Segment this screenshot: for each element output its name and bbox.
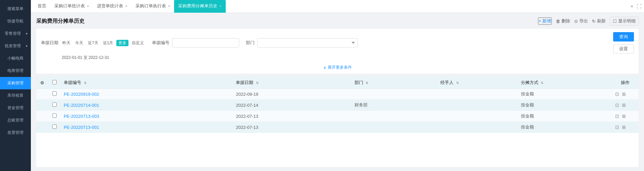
row-setting: [36, 111, 48, 122]
sidebar-item-label: 库存核算: [7, 93, 23, 98]
sidebar-item-label: 小畅电商: [7, 56, 23, 61]
col-header-no: 单据编号 ⇅: [60, 77, 232, 89]
row-method: 按金额: [518, 111, 612, 122]
row-person: [437, 122, 517, 133]
tab-purchase-order-stats[interactable]: 采购订单统计表 ×: [50, 0, 93, 13]
filter-more[interactable]: 更多: [116, 40, 128, 46]
select-all-checkbox[interactable]: [52, 80, 57, 84]
row-more-icon[interactable]: ⊞: [622, 102, 626, 108]
col-header-date: 单据日期 ⇅: [232, 77, 351, 89]
sidebar-item-label: 批发管理: [5, 43, 21, 49]
row-view-icon[interactable]: ⊡: [615, 91, 619, 97]
content-area: 采购费用分摊单历史 + 新增 🗑 删除 ⊙ 导出 ↻ 刷新 ☐ 显示明细: [31, 13, 644, 171]
sort-icon[interactable]: ⇅: [84, 81, 87, 85]
sidebar-item-ecommerce-small[interactable]: 小畅电商: [0, 52, 31, 65]
close-tabs-icon[interactable]: ×: [631, 4, 633, 9]
row-no-link[interactable]: PE-20220713-001: [64, 125, 99, 130]
filter-area: 单据日期 昨天 今天 近7天 近1月 更多 自定义 单据编号: [36, 29, 639, 74]
row-no: PE-20220919-002: [60, 89, 232, 100]
sidebar-item-label: 快捷导航: [7, 18, 23, 24]
sidebar-item-finance[interactable]: 资金管理: [0, 102, 31, 114]
row-view-icon[interactable]: ⊡: [615, 124, 619, 130]
row-more-icon[interactable]: ⊞: [622, 124, 626, 130]
sidebar-item-retail[interactable]: 零售管理 ▾: [0, 27, 31, 40]
row-setting: [36, 100, 48, 111]
sort-icon[interactable]: ⇅: [366, 81, 368, 85]
row-view-icon[interactable]: ⊡: [615, 102, 619, 108]
sort-icon[interactable]: ⇅: [456, 81, 459, 85]
tab-close-icon[interactable]: ×: [219, 4, 221, 8]
filter-dept-group: 部门: [246, 38, 606, 48]
expand-filter-button[interactable]: ∨ 展开更多条件: [323, 65, 352, 70]
filter-dept-select[interactable]: [257, 38, 358, 48]
filter-7days[interactable]: 近7天: [87, 40, 100, 46]
checkbox-icon: ☐: [613, 19, 617, 24]
sidebar-item-label: 发票管理: [7, 130, 23, 136]
row-no-link[interactable]: PE-20220713-003: [64, 114, 99, 119]
filter-today[interactable]: 今天: [74, 40, 85, 46]
filter-yesterday[interactable]: 昨天: [61, 40, 72, 46]
filter-1month[interactable]: 近1月: [102, 40, 115, 46]
show-col-button[interactable]: ☐ 显示明细: [610, 17, 639, 25]
filter-docno-input[interactable]: [172, 38, 239, 48]
expand-icon: ∨: [323, 65, 326, 70]
export-button[interactable]: ⊙ 导出: [574, 18, 588, 24]
sidebar-item-search[interactable]: 搜索菜单: [0, 3, 31, 15]
row-checkbox[interactable]: [52, 91, 57, 96]
sidebar-item-wholesale[interactable]: 批发管理 ▾: [0, 40, 31, 52]
sidebar-item-quicknav[interactable]: 快捷导航: [0, 15, 31, 27]
search-button[interactable]: 查询: [613, 32, 634, 41]
sidebar-item-invoice[interactable]: 发票管理: [0, 126, 31, 139]
sidebar-item-inventory[interactable]: 库存核算: [0, 89, 31, 102]
row-checkbox-cell: [48, 122, 60, 133]
fullscreen-icon[interactable]: ⛶: [637, 4, 641, 9]
row-view-icon[interactable]: ⊡: [615, 113, 619, 119]
sidebar-item-ledger[interactable]: 总账管理: [0, 114, 31, 126]
col-checkbox: [48, 77, 60, 89]
row-more-icon[interactable]: ⊞: [622, 91, 626, 97]
tab-purchase-exec[interactable]: 采购订单执行表 ×: [131, 0, 174, 13]
data-table-container: ⚙ 单据编号 ⇅ 单据日期 ⇅: [36, 77, 639, 167]
row-date: 2022-09-19: [232, 89, 351, 100]
row-no-link[interactable]: PE-20220919-002: [64, 92, 99, 97]
row-no-link[interactable]: PE-20220714-001: [64, 103, 99, 108]
tab-stock-stats[interactable]: 进货单统计表 ×: [93, 0, 131, 13]
row-actions: ⊡ ⊞: [612, 89, 639, 100]
tab-purchase-cost-history[interactable]: 采购费用分摊单历史 ×: [174, 0, 225, 13]
export-icon: ⊙: [574, 19, 578, 24]
tab-close-icon[interactable]: ×: [87, 4, 89, 8]
delete-button[interactable]: 🗑 删除: [556, 18, 570, 24]
row-dept: 财务部: [351, 100, 437, 111]
tab-close-icon[interactable]: ×: [168, 4, 170, 8]
refresh-button[interactable]: ↻ 刷新: [592, 18, 606, 24]
add-button[interactable]: + 新增: [538, 17, 552, 25]
sidebar-item-label: 搜索菜单: [7, 6, 23, 12]
sidebar-item-label: 零售管理: [5, 31, 21, 36]
filter-date-label: 单据日期: [41, 40, 58, 46]
filter-custom[interactable]: 自定义: [130, 40, 145, 46]
tab-home[interactable]: 首页: [34, 0, 50, 13]
row-checkbox[interactable]: [52, 113, 57, 118]
sort-icon[interactable]: ⇅: [541, 81, 543, 85]
settings-icon[interactable]: ⚙: [40, 80, 44, 85]
sidebar-item-label: 电商管理: [7, 68, 23, 74]
col-header-dept: 部门 ⇅: [351, 77, 437, 89]
row-method: 按金额: [518, 89, 612, 100]
settings-button[interactable]: 设置: [613, 44, 634, 54]
tab-close-icon[interactable]: ×: [125, 4, 127, 8]
row-person: [437, 100, 517, 111]
sort-icon[interactable]: ⇅: [256, 81, 259, 85]
table-row: PE-20220713-003 2022-07-13 按金额 ⊡ ⊞: [36, 111, 639, 122]
table-row: PE-20220713-001 2022-07-13 按金额 ⊡ ⊞: [36, 122, 639, 133]
row-checkbox-cell: [48, 89, 60, 100]
row-checkbox[interactable]: [52, 124, 57, 129]
delete-icon: 🗑: [556, 19, 560, 24]
row-more-icon[interactable]: ⊞: [622, 113, 626, 119]
main-area: 首页 采购订单统计表 × 进货单统计表 × 采购订单执行表 × 采购费用分摊单历…: [31, 0, 644, 171]
row-setting: [36, 122, 48, 133]
sidebar-item-ecommerce[interactable]: 电商管理: [0, 65, 31, 77]
sidebar-item-purchase[interactable]: 采购管理: [0, 77, 31, 89]
filter-dept-label: 部门: [246, 40, 255, 46]
page-header: 采购费用分摊单历史 + 新增 🗑 删除 ⊙ 导出 ↻ 刷新 ☐ 显示明细: [36, 17, 639, 25]
row-checkbox[interactable]: [52, 102, 57, 107]
